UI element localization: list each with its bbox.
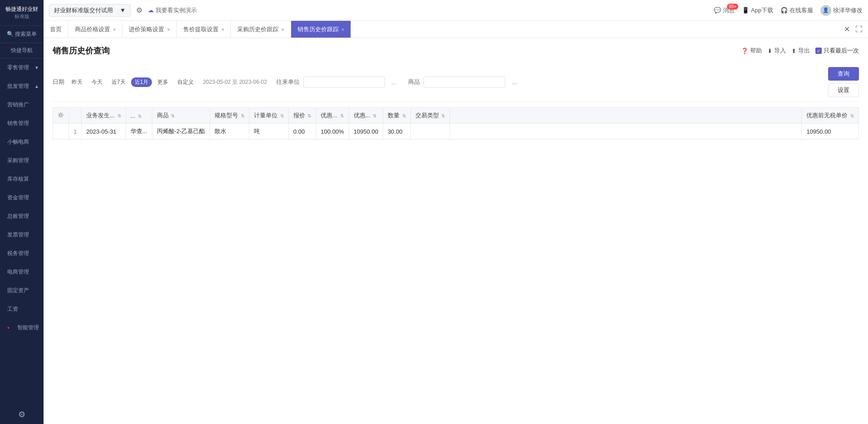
sidebar-item-inventory-label: 库存核算	[7, 175, 29, 183]
sidebar-item-wholesale[interactable]: 批发管理 ▲	[0, 77, 44, 96]
close-icon[interactable]: ×	[167, 27, 170, 32]
sidebar-item-inventory[interactable]: 库存核算	[0, 170, 44, 188]
col-trans-type[interactable]: 交易类型 ⇅	[410, 108, 450, 124]
sidebar-item-xchang-label: 小畅电商	[7, 138, 29, 146]
col-pretax-price[interactable]: 优惠前无税单价 ⇅	[802, 108, 859, 124]
help-label: 帮助	[750, 47, 762, 55]
col-more[interactable]: ... ⇅	[126, 108, 152, 124]
sidebar-item-fixed-assets[interactable]: 固定资产	[0, 281, 44, 300]
col-discount1[interactable]: 优惠... ⇅	[316, 108, 349, 124]
user-name: 徐泽华修改	[833, 6, 863, 14]
from-unit-input[interactable]	[303, 77, 385, 88]
sidebar-item-finance-label: 资金管理	[7, 194, 29, 202]
goods-input[interactable]	[424, 77, 505, 88]
col-num	[69, 108, 82, 124]
sort-icon: ⇅	[117, 113, 121, 118]
module-selector[interactable]: 好业财标准版交付试用 ▼	[49, 4, 131, 17]
col-goods-label: 商品	[157, 112, 169, 119]
query-button[interactable]: 查询	[828, 67, 859, 81]
sidebar-item-tax[interactable]: 税务管理	[0, 244, 44, 263]
sort-icon: ⇅	[441, 113, 445, 118]
col-spacer	[450, 108, 802, 124]
close-icon[interactable]: ×	[221, 27, 224, 32]
tab-close-button[interactable]: ✕	[842, 24, 852, 34]
sort-icon: ⇅	[340, 113, 344, 118]
date-custom[interactable]: 自定义	[174, 77, 197, 87]
export-link[interactable]: ⬆ 导出	[791, 47, 810, 55]
from-unit-dots[interactable]: ...	[389, 77, 400, 87]
sidebar-item-purchase[interactable]: 采购管理	[0, 151, 44, 170]
settings-button[interactable]: 设置	[828, 83, 859, 97]
col-price[interactable]: 报价 ⇅	[288, 108, 316, 124]
only-last-checkbox[interactable]: 只看最后一次	[815, 47, 859, 55]
tab-strategy[interactable]: 进价策略设置 ×	[122, 21, 176, 38]
sidebar-item-sales[interactable]: 销售管理	[0, 114, 44, 133]
goods-dots[interactable]: ...	[509, 77, 520, 87]
sidebar-search[interactable]: 🔍 搜索菜单	[0, 26, 44, 43]
user-menu[interactable]: 👤 徐泽华修改	[820, 5, 863, 16]
sidebar-item-retail[interactable]: 零售管理 ▼	[0, 58, 44, 77]
date-7days[interactable]: 近7天	[108, 77, 129, 87]
close-icon[interactable]: ×	[281, 27, 284, 32]
sidebar: 畅捷通好业财 标准版 🔍 搜索菜单 快捷导航 零售管理 ▼ 批发管理 ▲ 营销推…	[0, 0, 44, 424]
settings-icon[interactable]	[58, 112, 64, 118]
tab-sales-history[interactable]: 销售历史价跟踪 ×	[291, 21, 351, 38]
sidebar-item-invoice[interactable]: 发票管理	[0, 226, 44, 244]
online-service-button[interactable]: 🎧 在线客服	[780, 6, 813, 14]
import-link[interactable]: ⬇ 导入	[767, 47, 786, 55]
sidebar-item-sales-label: 销售管理	[7, 120, 29, 127]
sidebar-item-xchang[interactable]: 小畅电商	[0, 133, 44, 151]
close-icon[interactable]: ×	[341, 27, 344, 32]
tab-maximize-button[interactable]: ⛶	[853, 24, 864, 34]
help-link[interactable]: ❓ 帮助	[741, 47, 762, 55]
tab-purchase-history[interactable]: 采购历史价跟踪 ×	[231, 21, 291, 38]
demo-link[interactable]: ☁ 我要看实例演示	[148, 6, 197, 14]
sidebar-footer-settings[interactable]: ⚙	[0, 405, 44, 424]
table-row: 1 2023-05-31 华查... 丙烯酸-2-乙基己酯 散水 吨 0.00 …	[53, 124, 859, 140]
sidebar-quick-nav[interactable]: 快捷导航	[0, 43, 44, 58]
date-yesterday[interactable]: 昨天	[68, 77, 86, 87]
export-icon: ⬆	[791, 48, 796, 54]
col-quantity[interactable]: 数量 ⇅	[383, 108, 410, 124]
date-1month[interactable]: 近1月	[131, 77, 152, 87]
from-unit-filter-group: 往来单位 ...	[276, 77, 400, 88]
sidebar-item-payroll[interactable]: 工资	[0, 300, 44, 318]
col-goods[interactable]: 商品 ⇅	[152, 108, 210, 124]
row-goods: 丙烯酸-2-乙基己酯	[152, 124, 210, 140]
message-button[interactable]: 💬 消息 99+	[714, 6, 735, 14]
tab-sale-price[interactable]: 售价提取设置 ×	[177, 21, 231, 38]
col-discount2[interactable]: 优惠... ⇅	[349, 108, 383, 124]
row-pretax-price: 10950.00	[802, 124, 859, 140]
col-spec[interactable]: 规格型号 ⇅	[210, 108, 249, 124]
topbar-settings-button[interactable]: ⚙	[136, 6, 142, 14]
module-selector-label: 好业财标准版交付试用	[54, 6, 113, 14]
sidebar-item-wholesale-label: 批发管理	[7, 82, 29, 90]
close-icon[interactable]: ×	[113, 27, 116, 32]
sort-icon: ⇅	[280, 113, 284, 118]
col-quantity-label: 数量	[388, 112, 400, 119]
sidebar-item-smart[interactable]: 智能管理	[0, 318, 44, 337]
app-download-button[interactable]: 📱 App下载	[742, 6, 773, 14]
col-biz-date-label: 业务发生...	[86, 112, 115, 119]
sidebar-item-finance[interactable]: 资金管理	[0, 188, 44, 207]
sidebar-item-ecommerce[interactable]: 电商管理	[0, 263, 44, 281]
date-today[interactable]: 今天	[88, 77, 106, 87]
tab-home[interactable]: 首页	[44, 21, 68, 38]
col-unit[interactable]: 计量单位 ⇅	[249, 108, 289, 124]
tab-price[interactable]: 商品价格设置 ×	[68, 21, 122, 38]
cloud-icon: ☁	[148, 7, 154, 14]
page-container: 销售历史价查询 ❓ 帮助 ⬇ 导入 ⬆ 导出	[44, 38, 868, 147]
col-more-label: ...	[131, 112, 136, 119]
sidebar-item-ledger[interactable]: 总账管理	[0, 207, 44, 226]
query-action-buttons: 查询 设置	[828, 67, 859, 97]
topbar: 好业财标准版交付试用 ▼ ⚙ ☁ 我要看实例演示 💬 消息 99+ 📱 App下…	[44, 0, 868, 21]
data-table-container: 业务发生... ⇅ ... ⇅ 商品 ⇅	[53, 107, 859, 140]
date-more[interactable]: 更多	[154, 77, 172, 87]
sidebar-logo: 畅捷通好业财 标准版	[0, 0, 44, 26]
message-badge: 99+	[727, 4, 738, 10]
sidebar-item-marketing[interactable]: 营销推广	[0, 96, 44, 114]
col-biz-date[interactable]: 业务发生... ⇅	[82, 108, 126, 124]
col-discount1-label: 优惠...	[321, 112, 337, 119]
sidebar-item-smart-label: 智能管理	[17, 324, 39, 332]
sidebar-item-payroll-label: 工资	[7, 305, 18, 313]
